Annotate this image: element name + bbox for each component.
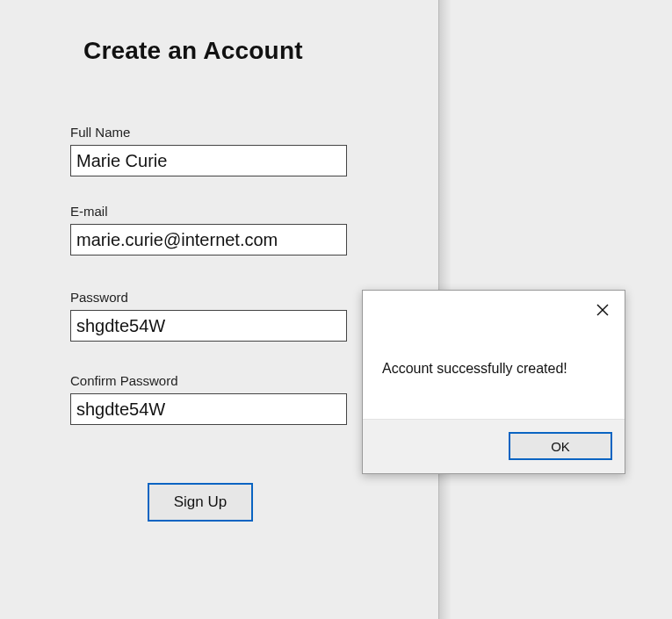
password-input[interactable] xyxy=(70,310,347,342)
confirm-password-input[interactable] xyxy=(70,393,347,425)
email-group: E-mail xyxy=(70,204,347,256)
confirm-password-label: Confirm Password xyxy=(70,373,347,388)
email-label: E-mail xyxy=(70,204,347,219)
dialog-message: Account successfully created! xyxy=(382,361,567,377)
dialog-body: Account successfully created! xyxy=(363,291,625,421)
full-name-group: Full Name xyxy=(70,125,347,176)
confirm-password-group: Confirm Password xyxy=(70,373,347,425)
full-name-input[interactable] xyxy=(70,145,347,176)
page-title: Create an Account xyxy=(83,37,303,65)
dialog-ok-button[interactable]: OK xyxy=(509,432,612,460)
success-dialog: Account successfully created! OK xyxy=(362,290,625,474)
password-label: Password xyxy=(70,290,347,305)
full-name-label: Full Name xyxy=(70,125,347,140)
sign-up-button[interactable]: Sign Up xyxy=(148,483,253,522)
close-icon xyxy=(596,303,610,320)
email-input[interactable] xyxy=(70,224,347,256)
dialog-close-button[interactable] xyxy=(589,298,616,324)
dialog-footer: OK xyxy=(363,419,625,473)
password-group: Password xyxy=(70,290,347,342)
